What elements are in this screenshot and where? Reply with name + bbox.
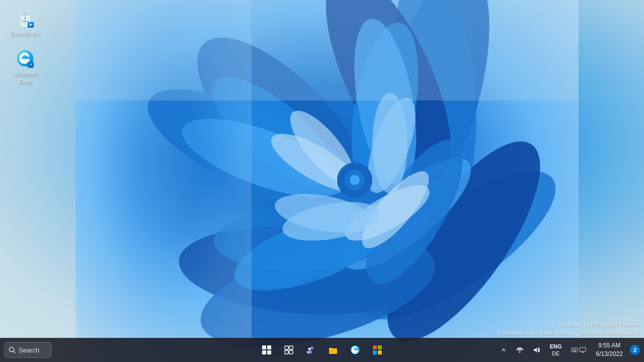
svg-point-53 — [310, 346, 313, 349]
system-icons-area[interactable] — [568, 344, 589, 355]
edge-taskbar-icon — [350, 345, 360, 355]
taskbar-center — [257, 340, 387, 360]
store-button[interactable] — [367, 340, 387, 360]
notification-count: 2 — [633, 347, 636, 353]
show-hidden-icons-button[interactable] — [498, 340, 510, 360]
svg-line-44 — [14, 351, 16, 353]
svg-rect-30 — [75, 0, 579, 101]
task-view-icon — [284, 345, 293, 354]
file-explorer-icon — [328, 345, 338, 355]
edge-image: ↗ — [15, 48, 35, 68]
taskbar-right: ENG DE 9:55 AM — [498, 340, 640, 360]
svg-rect-59 — [378, 345, 382, 349]
svg-rect-66 — [576, 349, 577, 350]
svg-rect-52 — [289, 350, 293, 354]
volume-icon — [533, 346, 541, 354]
edge-icon[interactable]: ↗ Microsoft Edge — [5, 45, 45, 88]
svg-rect-50 — [289, 346, 293, 349]
svg-rect-65 — [574, 349, 575, 350]
svg-text:↗: ↗ — [29, 62, 33, 67]
teams-icon — [306, 345, 316, 355]
watermark-line2: Evaluation copy. Build 25136.rs_prerelea… — [499, 329, 639, 337]
svg-rect-63 — [572, 348, 578, 352]
svg-rect-47 — [262, 350, 266, 354]
store-icon — [372, 345, 382, 355]
display-icon — [579, 346, 586, 353]
language-secondary: DE — [552, 350, 559, 357]
svg-text:↗: ↗ — [29, 23, 33, 28]
search-icon — [9, 346, 16, 353]
start-button[interactable] — [257, 340, 277, 360]
recycle-bin-image: ↗ — [15, 8, 35, 28]
svg-rect-68 — [580, 347, 586, 351]
chevron-up-icon — [501, 347, 506, 352]
wallpaper-flower — [75, 0, 579, 362]
svg-point-54 — [308, 348, 311, 350]
svg-rect-64 — [573, 349, 574, 350]
svg-rect-58 — [373, 345, 377, 349]
watermark: Windows 11 Pro Insider Preview Evaluatio… — [499, 320, 639, 337]
teams-button[interactable] — [301, 340, 321, 360]
svg-rect-46 — [267, 345, 271, 349]
desktop-icons: ↗ Recycle Bin — [5, 5, 45, 88]
network-icon — [516, 346, 524, 354]
svg-rect-33 — [23, 13, 27, 15]
clock-date: 6/13/2022 — [596, 350, 623, 358]
desktop: ↗ Recycle Bin — [0, 0, 644, 362]
svg-rect-67 — [573, 350, 576, 351]
search-label: Search — [19, 346, 39, 354]
svg-point-22 — [372, 93, 408, 194]
volume-button[interactable] — [530, 344, 544, 356]
svg-point-62 — [519, 351, 520, 353]
clock-time: 9:55 AM — [598, 341, 620, 350]
taskbar: Search — [0, 338, 644, 362]
edge-taskbar-button[interactable] — [345, 340, 365, 360]
language-primary: ENG — [550, 343, 562, 350]
language-indicator[interactable]: ENG DE — [547, 342, 565, 358]
recycle-bin-icon[interactable]: ↗ Recycle Bin — [5, 5, 45, 40]
windows-logo-icon — [262, 345, 271, 354]
edge-label: Microsoft Edge — [8, 70, 42, 85]
task-view-button[interactable] — [279, 340, 299, 360]
svg-rect-45 — [262, 345, 266, 349]
watermark-line1: Windows 11 Pro Insider Preview — [499, 320, 639, 329]
notification-button[interactable]: 2 — [630, 345, 640, 355]
keyboard-icon — [571, 346, 578, 353]
file-explorer-button[interactable] — [323, 340, 343, 360]
svg-rect-48 — [267, 350, 271, 354]
recycle-bin-label: Recycle Bin — [11, 30, 40, 37]
svg-rect-60 — [373, 350, 377, 354]
svg-rect-61 — [378, 350, 382, 354]
svg-rect-49 — [285, 346, 288, 349]
network-button[interactable] — [513, 344, 527, 356]
svg-rect-56 — [330, 350, 333, 352]
taskbar-left: Search — [4, 342, 498, 358]
svg-point-28 — [350, 175, 360, 185]
clock-area[interactable]: 9:55 AM 6/13/2022 — [592, 340, 627, 359]
search-button[interactable]: Search — [4, 342, 52, 358]
svg-rect-51 — [285, 350, 288, 354]
